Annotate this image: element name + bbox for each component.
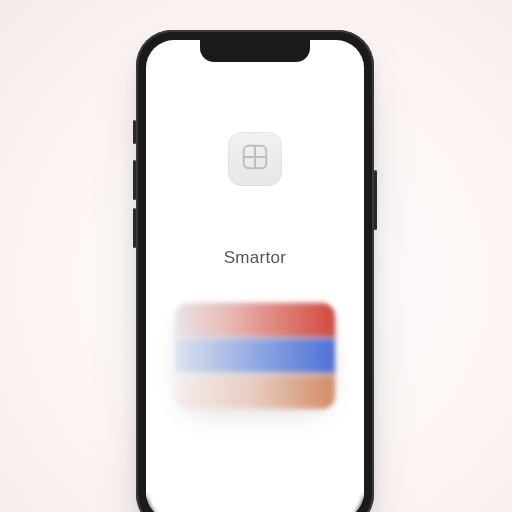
swatch-row-red: [174, 302, 336, 338]
color-swatch-card[interactable]: [174, 302, 336, 410]
phone-mute-switch: [133, 120, 136, 144]
swatch-row-orange: [174, 374, 336, 410]
phone-volume-down: [133, 208, 136, 248]
product-photo: Smartor: [0, 0, 512, 512]
square-split-icon: [240, 142, 270, 176]
phone-volume-up: [133, 160, 136, 200]
swatch-row-blue: [174, 338, 336, 374]
app-name: Smartor: [146, 248, 364, 268]
phone-notch: [200, 40, 310, 62]
phone-screen: Smartor: [146, 40, 364, 512]
app-icon[interactable]: [228, 132, 282, 186]
phone-power-button: [374, 170, 377, 230]
phone-mockup: Smartor: [136, 30, 374, 512]
